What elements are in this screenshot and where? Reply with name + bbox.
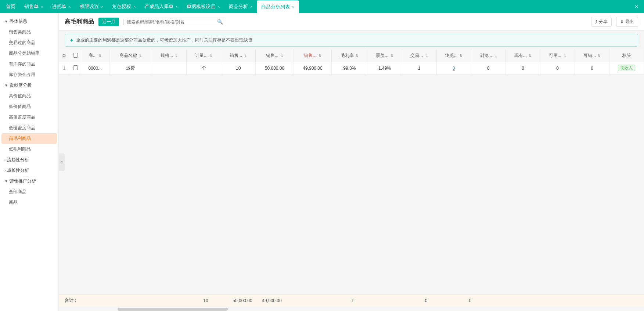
- col-checkbox[interactable]: [70, 50, 81, 62]
- scrollbar-thumb[interactable]: [118, 308, 228, 311]
- close-template-settings[interactable]: ×: [217, 4, 220, 9]
- col-code[interactable]: 商... ⇅: [81, 50, 109, 62]
- col-available-stock[interactable]: 可用... ⇅: [540, 50, 575, 62]
- data-table: ⚙ 商... ⇅ 商品名称 ⇅: [59, 50, 644, 75]
- nav-role-auth[interactable]: 角色授权 ×: [108, 0, 140, 13]
- col-coverage[interactable]: 覆盖... ⇅: [367, 50, 402, 62]
- sidebar-item-new-products[interactable]: 新品: [0, 197, 58, 208]
- sidebar-group-trend[interactable]: › 流趋性分析: [0, 155, 58, 165]
- arrow-trend: ›: [4, 158, 6, 162]
- data-table-wrapper[interactable]: ⚙ 商... ⇅ 商品名称 ⇅: [59, 50, 644, 294]
- main-layout: ▼ 整体信息 销售类商品 交易过的商品 商品分类助销率 有库存的商品 库存资金占…: [0, 13, 644, 311]
- row-sales-profit: 49,900.00: [294, 62, 332, 75]
- export-icon: ⬇: [620, 19, 624, 25]
- search-icon[interactable]: 🔍: [217, 19, 223, 25]
- col-sales-profit[interactable]: 销售... ⇅: [294, 50, 332, 62]
- sidebar-item-high-value[interactable]: 高价值商品: [0, 91, 58, 101]
- nav-permission-settings[interactable]: 权限设置 ×: [75, 0, 108, 13]
- horizontal-scrollbar[interactable]: [59, 307, 644, 311]
- row-spec: [152, 62, 186, 75]
- sort-gross-margin-icon: ⇅: [356, 54, 359, 58]
- footer-cells: 10 50,000.00 49,900.00 1 0 0: [81, 298, 638, 303]
- close-product-analysis-list[interactable]: ×: [292, 5, 294, 9]
- sidebar-collapse-btn[interactable]: «: [59, 153, 65, 171]
- nav-template-settings[interactable]: 单据模板设置 ×: [182, 0, 224, 13]
- sidebar-group-growth[interactable]: › 成长性分析: [0, 165, 58, 176]
- row-current-stock: 0: [506, 62, 540, 75]
- col-unit[interactable]: 计量... ⇅: [187, 50, 221, 62]
- select-all-checkbox[interactable]: [73, 53, 78, 58]
- col-settings[interactable]: ⚙: [59, 50, 70, 62]
- sidebar-item-in-stock-products[interactable]: 有库存的商品: [0, 59, 58, 69]
- row-sales-amount: 50,000.00: [256, 62, 294, 75]
- tag-label: 高收入: [618, 65, 635, 71]
- col-name[interactable]: 商品名称 ⇅: [109, 50, 152, 62]
- sort-available-stock-icon: ⇅: [563, 54, 566, 58]
- arrow-overall: ▼: [4, 19, 8, 23]
- sidebar-item-high-margin[interactable]: 高毛利商品: [1, 133, 57, 144]
- nav-product-warehouse[interactable]: 产成品入库单 ×: [140, 0, 182, 13]
- footer-sales-profit: 49,900.00: [257, 298, 287, 303]
- col-sales-amount[interactable]: 销售... ⇅: [256, 50, 294, 62]
- row-available-stock: 0: [540, 62, 575, 75]
- row-code: 0000...: [81, 62, 109, 75]
- col-views1[interactable]: 浏览... ⇅: [436, 50, 471, 62]
- close-permission-settings[interactable]: ×: [101, 4, 103, 9]
- col-views2[interactable]: 浏览... ⇅: [471, 50, 506, 62]
- content-area: « 高毛利商品 近一月 🔍 ⤴ 分享 ⬇ 导出 ✦ 企业的主要的利润都是这部分商…: [59, 13, 644, 311]
- col-sales-qty[interactable]: 销售... ⇅: [221, 50, 256, 62]
- nav-product-analysis[interactable]: 商品分析 ×: [224, 0, 257, 13]
- arrow-marketing: ▼: [4, 179, 8, 183]
- sort-spec-icon: ⇅: [175, 54, 178, 58]
- footer-transactions: 1: [338, 298, 367, 303]
- export-button[interactable]: ⬇ 导出: [616, 17, 638, 27]
- sort-coverage-icon: ⇅: [391, 54, 393, 58]
- row-unit: 个: [187, 62, 221, 75]
- nav-home[interactable]: 首页: [1, 0, 20, 13]
- row-views1[interactable]: 0: [436, 62, 471, 75]
- share-button[interactable]: ⤴ 分享: [591, 17, 612, 27]
- row-sellable-stock: 0: [575, 62, 609, 75]
- sidebar-group-contribution[interactable]: ▼ 贡献度分析: [0, 80, 58, 91]
- col-current-stock[interactable]: 现有... ⇅: [506, 50, 540, 62]
- footer-available-stock: 0: [456, 298, 485, 303]
- nav-sales-order[interactable]: 销售单 ×: [20, 0, 47, 13]
- close-product-analysis[interactable]: ×: [250, 4, 252, 9]
- sort-name-icon: ⇅: [139, 54, 142, 58]
- col-gross-margin[interactable]: 毛利率 ⇅: [332, 50, 367, 62]
- footer-sales-qty: 10: [191, 298, 220, 303]
- nav-purchase-order[interactable]: 进货单 ×: [47, 0, 75, 13]
- close-role-auth[interactable]: ×: [133, 4, 136, 9]
- search-input[interactable]: [127, 19, 215, 25]
- sidebar-item-all-products[interactable]: 全部商品: [0, 187, 58, 197]
- row-checkbox[interactable]: [73, 65, 78, 70]
- sidebar-group-overall[interactable]: ▼ 整体信息: [0, 16, 58, 27]
- sidebar-item-category-sales-rate[interactable]: 商品分类助销率: [0, 48, 58, 59]
- row-checkbox-cell[interactable]: [70, 62, 81, 75]
- sidebar-item-low-margin[interactable]: 低毛利商品: [0, 144, 58, 155]
- sort-sales-amount-icon: ⇅: [280, 54, 283, 58]
- close-product-warehouse[interactable]: ×: [176, 4, 178, 9]
- sidebar-item-low-coverage[interactable]: 低覆盖度商品: [0, 123, 58, 133]
- sidebar-group-marketing[interactable]: ▼ 营销推广分析: [0, 176, 58, 187]
- table-row: 1 0000... 运费 个 10 50,000.00 49,900.00 99…: [59, 62, 644, 75]
- sidebar-item-sales-products[interactable]: 销售类商品: [0, 27, 58, 37]
- row-sales-qty: 10: [221, 62, 256, 75]
- sort-views1-icon: ⇅: [460, 54, 463, 58]
- col-transactions[interactable]: 交易... ⇅: [402, 50, 436, 62]
- sidebar-item-low-value[interactable]: 低价值商品: [0, 101, 58, 112]
- close-sales-order[interactable]: ×: [41, 4, 43, 9]
- sort-transactions-icon: ⇅: [425, 54, 428, 58]
- sidebar-item-traded-products[interactable]: 交易过的商品: [0, 37, 58, 48]
- sidebar-item-stock-funds[interactable]: 库存资金占用: [0, 69, 58, 80]
- col-spec[interactable]: 规格... ⇅: [152, 50, 186, 62]
- close-all-tabs[interactable]: ×: [630, 3, 643, 10]
- col-sellable-stock[interactable]: 可销... ⇅: [575, 50, 609, 62]
- nav-product-analysis-list[interactable]: 商品分析列表 ×: [257, 0, 299, 14]
- gear-icon[interactable]: ⚙: [62, 53, 66, 58]
- close-purchase-order[interactable]: ×: [68, 4, 71, 9]
- sort-code-icon: ⇅: [98, 54, 101, 58]
- sort-sellable-stock-icon: ⇅: [598, 54, 601, 58]
- period-button[interactable]: 近一月: [98, 18, 119, 26]
- sidebar-item-high-coverage[interactable]: 高覆盖度商品: [0, 112, 58, 123]
